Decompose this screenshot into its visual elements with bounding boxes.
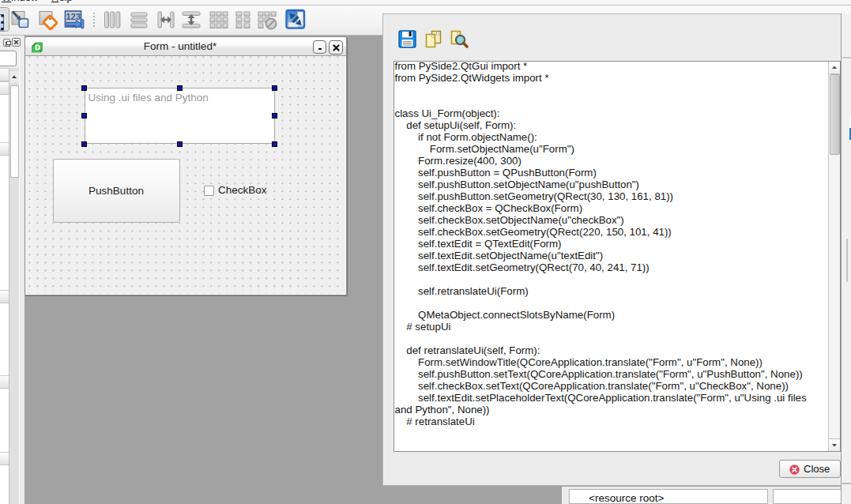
svg-text:123: 123 — [66, 12, 81, 21]
